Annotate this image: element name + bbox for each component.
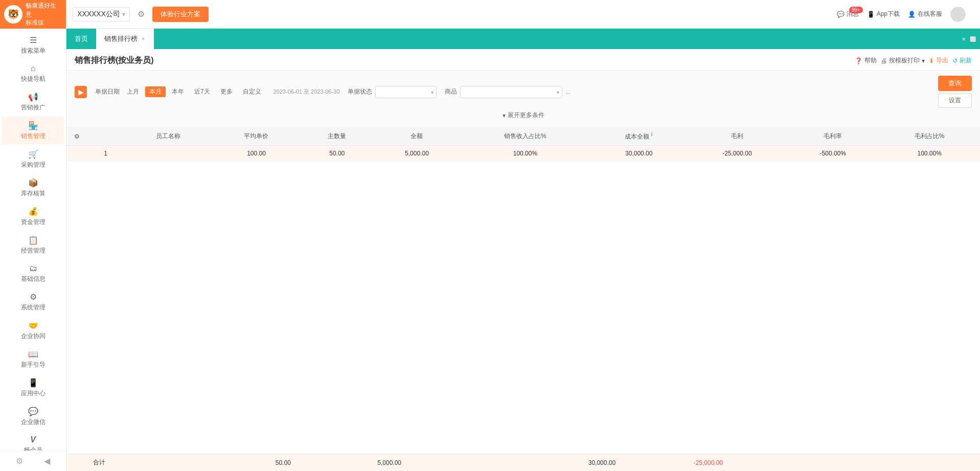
content-area: 销售排行榜(按业务员) ❓ 帮助 🖨 按模板打印 ▾ ⬇ 导出 [66,49,980,471]
tab-home-label: 首页 [75,34,88,43]
top-header: XXXXXX公司 ▾ ⚙ 体验行业方案 💬 消息 99+ 📱 App下载 👤 在… [66,0,980,29]
online-service-button[interactable]: 👤 在线客服 [908,10,942,18]
app-icon: 📱 [867,11,875,18]
date-tab-more[interactable]: 更多 [216,86,237,97]
member-icon: V [30,435,36,444]
expand-conditions-button[interactable]: ▾ 展开更多条件 [503,111,544,120]
print-template-button[interactable]: 🖨 按模板打印 ▾ [881,56,925,65]
filter-area: ▶ 单据日期 上月 本月 本年 近7天 更多 自定义 2023-06-01 至 … [66,71,980,127]
settings-link-button[interactable]: 设置 [938,93,972,108]
system-icon: ⚙ [30,292,37,302]
help-button[interactable]: ❓ 帮助 [855,56,877,65]
expand-row: ▾ 展开更多条件 [75,108,972,122]
tab-home[interactable]: 首页 [66,29,96,49]
sidebar-nav: ☰ 搜索菜单 ⌂ 快捷导航 📢 营销推广 🏪 销售管理 🛒 采购管理 📦 库存核… [0,29,66,451]
message-badge: 99+ [849,7,863,13]
sidebar-item-member[interactable]: V 畅会员 [2,431,64,451]
row-rank-cell: 1 [87,146,124,162]
filter-row: ▶ 单据日期 上月 本月 本年 近7天 更多 自定义 2023-06-01 至 … [75,76,972,108]
message-button[interactable]: 💬 消息 99+ [837,10,859,18]
goods-label: 商品 [445,87,457,96]
date-tab-7days[interactable]: 近7天 [190,86,214,97]
sidebar-item-quick-nav[interactable]: ⌂ 快捷导航 [2,60,64,87]
basic-info-icon: 🗂 [29,264,37,273]
date-tab-last-month[interactable]: 上月 [123,86,143,97]
total-profit: -25,000.00 [655,459,761,466]
refresh-button[interactable]: ↺ 刷新 [952,56,972,65]
sidebar-item-purchase[interactable]: 🛒 采购管理 [2,145,64,173]
table-row: 1 100.00 50.00 5,000.00 100.00% 30,000.0… [66,146,980,162]
search-order-icon: ☰ [30,35,37,45]
filter-right-buttons: 查询 设置 [938,76,972,108]
table-header: ⚙ 员工名称 平均单价 主数量 全额 销售收入占比% 成本全额 ℹ 毛利 毛利率… [66,127,980,146]
user-avatar[interactable] [950,7,966,22]
table-body: 1 100.00 50.00 5,000.00 100.00% 30,000.0… [66,146,980,162]
sidebar-item-app-center[interactable]: 📱 应用中心 [2,374,64,402]
sidebar-item-label: 采购管理 [21,161,45,169]
filter-toggle-button[interactable]: ▶ [75,86,87,98]
col-sales-pct: 销售收入占比% [460,127,590,146]
sidebar-item-inventory[interactable]: 📦 库存核算 [2,174,64,202]
message-icon: 💬 [837,11,845,18]
tab-close-icon[interactable]: × [141,35,146,43]
goods-more-button[interactable]: ... [565,88,571,96]
trial-industry-button[interactable]: 体验行业方案 [152,7,209,22]
sidebar-item-sales[interactable]: 🏪 销售管理 [2,117,64,145]
sidebar-item-system[interactable]: ⚙ 系统管理 [2,288,64,316]
sidebar-item-marketing[interactable]: 📢 营销推广 [2,88,64,116]
company-selector[interactable]: XXXXXX公司 ▾ [73,7,130,21]
total-amount: 5,000.00 [336,459,443,466]
app-center-icon: 📱 [28,378,38,388]
sidebar-item-guide[interactable]: 📖 新手引导 [2,345,64,373]
date-tab-current-year[interactable]: 本年 [168,86,188,97]
goods-select[interactable] [460,86,562,98]
query-button[interactable]: 查询 [938,76,972,91]
col-rank [87,127,124,146]
col-amount: 全额 [374,127,460,146]
date-label: 单据日期 [95,87,120,96]
operations-icon: 📋 [28,235,38,245]
status-select[interactable] [375,86,437,98]
date-range-display: 2023-06-01 至 2023-06-30 [274,88,340,96]
col-cost: 成本全额 ℹ [590,127,688,146]
sidebar-item-label: 企业微信 [21,418,45,427]
goods-select-wrapper [460,86,562,98]
sidebar-item-label: 搜索菜单 [21,47,45,55]
sidebar-settings-icon[interactable]: ⚙ [16,456,23,466]
window-maximize-icon[interactable]: ⬜ [970,36,976,42]
total-profit-rate [761,459,868,466]
total-cost: 30,000.00 [549,459,655,466]
company-settings-button[interactable]: ⚙ [134,7,148,21]
tab-sales-ranking[interactable]: 销售排行榜 × [96,29,154,49]
row-profit-pct-cell: 100.00% [879,146,980,162]
col-settings[interactable]: ⚙ [66,127,87,146]
page-actions: ❓ 帮助 🖨 按模板打印 ▾ ⬇ 导出 ↺ 刷新 [855,56,972,65]
sidebar-item-finance[interactable]: 💰 资金管理 [2,203,64,231]
date-filter-group: 单据日期 上月 本月 本年 近7天 更多 自定义 [95,86,265,97]
sidebar-item-wechat[interactable]: 💬 企业微信 [2,402,64,431]
total-row: 合计 50.00 5,000.00 30,000.00 -25,000.00 [66,454,980,471]
sidebar-item-label: 应用中心 [21,389,45,398]
home-icon: ⌂ [31,64,36,73]
sidebar-collapse-icon[interactable]: ◀ [44,456,50,466]
sidebar-item-operations[interactable]: 📋 经营管理 [2,231,64,259]
window-close-icon[interactable]: × [962,35,966,43]
col-avg-price: 平均单价 [212,127,300,146]
sidebar-logo: 🐯 畅康通好生意 标准版 [0,0,66,29]
service-icon: 👤 [908,11,916,18]
company-name: XXXXXX公司 [77,10,120,19]
date-tab-custom[interactable]: 自定义 [239,86,265,97]
guide-icon: 📖 [28,349,38,359]
app-download-button[interactable]: 📱 App下载 [867,10,900,18]
date-tab-current-month[interactable]: 本月 [145,86,166,97]
sidebar-item-basic-info[interactable]: 🗂 基础信息 [2,260,64,287]
sidebar-item-cooperation[interactable]: 🤝 企业协同 [2,317,64,345]
tab-bar: 首页 销售排行榜 × × ⬜ [66,29,980,49]
row-cost-cell: 30,000.00 [590,146,688,162]
sidebar-item-search-order[interactable]: ☰ 搜索菜单 [2,31,64,59]
sidebar-item-label: 基础信息 [21,275,45,283]
row-sales-pct-cell: 100.00% [460,146,590,162]
export-button[interactable]: ⬇ 导出 [929,56,948,65]
status-filter-group: 单据状态 [348,86,437,98]
expand-label: 展开更多条件 [508,111,544,120]
